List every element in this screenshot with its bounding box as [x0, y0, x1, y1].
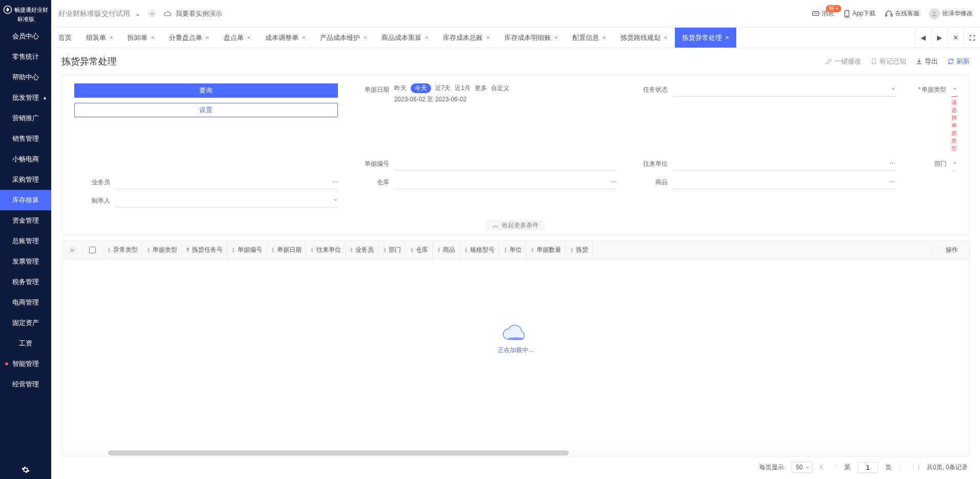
close-icon[interactable]: ✕: [554, 35, 558, 40]
date-chip-2[interactable]: 近7天: [435, 84, 451, 93]
column-header-5[interactable]: ▲▼往来单位: [306, 241, 346, 259]
date-chip-0[interactable]: 昨天: [394, 84, 407, 93]
tab-4[interactable]: 盘点单✕: [217, 28, 258, 48]
tab-8[interactable]: 库存成本总账✕: [436, 28, 497, 48]
horizontal-scrollbar[interactable]: [62, 450, 969, 456]
tab-1[interactable]: 组装单✕: [79, 28, 120, 48]
column-header-2[interactable]: ▲▼拣货任务号: [182, 241, 227, 259]
sidebar-item-12[interactable]: 税务管理: [0, 272, 51, 292]
close-icon[interactable]: ✕: [725, 35, 729, 40]
page-number-input[interactable]: [858, 462, 878, 473]
tab-2[interactable]: 拆卸单✕: [120, 28, 162, 48]
sidebar-item-15[interactable]: 工资: [0, 333, 51, 354]
date-chip-1[interactable]: 今天: [411, 83, 431, 93]
sidebar-item-6[interactable]: 小畅电商: [0, 149, 51, 169]
close-icon[interactable]: ✕: [302, 35, 306, 40]
prev-page-button[interactable]: 〈: [831, 463, 837, 472]
date-chip-5[interactable]: 自定义: [491, 84, 509, 93]
next-page-button[interactable]: 〉: [899, 463, 905, 472]
tab-scroll-left[interactable]: ◀: [914, 28, 931, 48]
sidebar-item-8[interactable]: 库存核算: [0, 190, 51, 210]
doc-no-input[interactable]: [394, 158, 617, 171]
tab-7[interactable]: 商品成本重算✕: [374, 28, 436, 48]
tab-scroll-right[interactable]: ▶: [931, 28, 947, 48]
sidebar-item-2[interactable]: 帮助中心: [0, 67, 51, 88]
close-icon[interactable]: ✕: [486, 35, 490, 40]
warehouse-picker[interactable]: ⋯: [394, 176, 617, 189]
export-action[interactable]: 导出: [915, 57, 938, 66]
close-icon[interactable]: ✕: [602, 35, 606, 40]
tab-3[interactable]: 分量盘点单✕: [162, 28, 217, 48]
settings-button[interactable]: 设置: [74, 103, 338, 117]
column-header-11[interactable]: ▲▼单位: [499, 241, 526, 259]
close-icon[interactable]: ✕: [424, 35, 429, 40]
tab-12[interactable]: 拣货异常处理✕: [675, 28, 736, 48]
task-status-select[interactable]: ⌄: [673, 83, 896, 97]
sidebar-item-13[interactable]: 电商管理: [0, 292, 51, 313]
last-page-button[interactable]: 〉|: [912, 463, 920, 472]
close-icon[interactable]: ✕: [664, 35, 668, 40]
sidebar-item-11[interactable]: 发票管理: [0, 251, 51, 272]
sidebar-item-1[interactable]: 零售统计: [0, 47, 51, 67]
fullscreen-toggle[interactable]: [964, 28, 980, 48]
dept-select[interactable]: ⌄: [952, 158, 957, 171]
sidebar-item-5[interactable]: 销售管理: [0, 128, 51, 149]
column-header-0[interactable]: ▲▼异常类型: [103, 241, 142, 259]
query-button[interactable]: 查询: [74, 83, 338, 98]
demo-link[interactable]: 我要看实例演示: [163, 9, 222, 18]
column-header-3[interactable]: ▲▼单据编号: [227, 241, 267, 259]
tab-5[interactable]: 成本调整单✕: [258, 28, 313, 48]
checkbox[interactable]: [89, 247, 96, 253]
collapse-filters-toggle[interactable]: ︽ 收起更多条件: [486, 220, 545, 231]
tab-9[interactable]: 库存成本明细账✕: [497, 28, 565, 48]
salesman-picker[interactable]: ⋯: [115, 176, 338, 189]
column-header-1[interactable]: ▲▼单据类型: [142, 241, 182, 259]
tab-close-all[interactable]: ✕: [947, 28, 964, 48]
column-header-9[interactable]: ▲▼商品: [433, 241, 460, 259]
sidebar-item-14[interactable]: 固定资产: [0, 313, 51, 333]
tab-0[interactable]: 首页: [51, 28, 79, 48]
refresh-action[interactable]: 刷新: [947, 57, 970, 66]
product-switcher[interactable]: 好业财标准版交付试用 ⌄: [58, 9, 141, 18]
doc-type-select[interactable]: ⌄: [951, 83, 957, 97]
first-page-button[interactable]: K: [820, 464, 824, 471]
table-settings-button[interactable]: [62, 241, 82, 259]
close-icon[interactable]: ✕: [247, 35, 251, 40]
column-header-7[interactable]: ▲▼部门: [378, 241, 406, 259]
tab-11[interactable]: 拣货路线规划✕: [613, 28, 675, 48]
sidebar-item-10[interactable]: 总账管理: [0, 231, 51, 251]
column-header-4[interactable]: ▲▼单据日期: [267, 241, 306, 259]
column-header-12[interactable]: ▲▼单据数量: [526, 241, 566, 259]
product-picker[interactable]: ⋯: [673, 176, 896, 189]
sidebar-item-0[interactable]: 会员中心: [0, 26, 51, 47]
column-header-13[interactable]: ▲▼拣货: [566, 241, 593, 259]
column-header-8[interactable]: ▲▼仓库: [406, 241, 433, 259]
close-icon[interactable]: ✕: [151, 35, 155, 40]
close-icon[interactable]: ✕: [205, 35, 209, 40]
messages-action[interactable]: 消息 99 +: [812, 9, 834, 18]
sidebar-item-9[interactable]: 资金管理: [0, 210, 51, 231]
close-icon[interactable]: ✕: [363, 35, 367, 40]
app-download-action[interactable]: App下载: [843, 9, 876, 18]
sidebar-settings[interactable]: [0, 461, 51, 479]
sidebar-item-3[interactable]: 批发管理▲: [0, 88, 51, 108]
user-menu[interactable]: 徐泽华修改: [929, 8, 973, 19]
support-action[interactable]: 在线客服: [885, 9, 920, 18]
tab-10[interactable]: 配置信息✕: [565, 28, 613, 48]
page-size-select[interactable]: 50: [791, 462, 812, 473]
mark-known-action[interactable]: 标记已知: [870, 57, 906, 66]
tab-6[interactable]: 产品成本维护✕: [313, 28, 374, 48]
select-all-checkbox[interactable]: [82, 241, 103, 259]
sidebar-item-4[interactable]: 营销推广: [0, 108, 51, 128]
sidebar-item-17[interactable]: 经营管理: [0, 374, 51, 395]
date-chip-3[interactable]: 近1月: [455, 84, 471, 93]
sidebar-item-7[interactable]: 采购管理: [0, 169, 51, 190]
column-header-6[interactable]: ▲▼业务员: [346, 241, 379, 259]
creator-select[interactable]: ⌄: [115, 194, 338, 208]
settings-gear-icon[interactable]: [148, 10, 156, 18]
partner-picker[interactable]: ⋯: [673, 158, 896, 171]
batch-edit-action[interactable]: 一键修改: [825, 57, 861, 66]
column-header-10[interactable]: ▲▼规格型号: [460, 241, 499, 259]
close-icon[interactable]: ✕: [109, 35, 113, 40]
sidebar-item-16[interactable]: 智能管理: [0, 354, 51, 374]
